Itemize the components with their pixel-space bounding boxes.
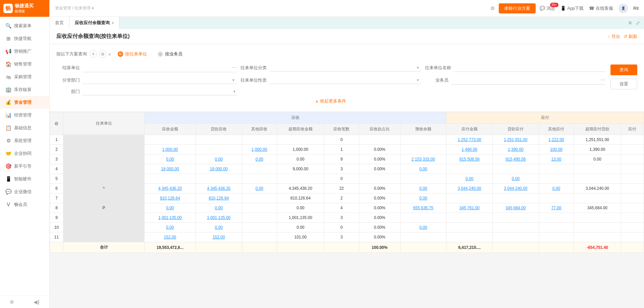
sidebar-item-finance[interactable]: 💰 资金管理 [0, 96, 49, 109]
tab-close-icon[interactable]: × [112, 21, 114, 25]
cell-ap-loan[interactable]: 1,251,551.00 [493, 135, 539, 145]
scheme-nav-icon[interactable]: « [108, 51, 111, 57]
query-button[interactable]: 查询 [610, 64, 637, 75]
cell-ap-other[interactable]: 100.00 [539, 145, 574, 155]
cell-ar-amount[interactable]: 4,345,436.20 [145, 184, 196, 193]
cell-ap-amount[interactable]: 0.00 [446, 174, 493, 184]
sidebar-item-corp[interactable]: 🤝 企业协同 [0, 147, 49, 160]
cell-ap-amount[interactable]: 915,508.56 [446, 155, 493, 164]
cell-ar-loan[interactable]: 0.00 [196, 223, 242, 232]
dept-select[interactable]: ▾ [83, 77, 236, 84]
cell-ap-other[interactable]: 13.00 [539, 155, 574, 164]
cell-ar-other[interactable]: 0.00 [242, 184, 277, 193]
cell-ar-other[interactable]: 0.00 [242, 155, 277, 164]
sidebar-item-wechat[interactable]: 💬 企业微信 [0, 185, 49, 198]
cell-ar-prepay[interactable]: 0.00 [400, 193, 446, 203]
sidebar-item-guide[interactable]: 🎯 新手引导 [0, 160, 49, 173]
cell-ar-loan[interactable]: 0.00 [196, 155, 242, 164]
cell-ar-prepay[interactable]: 2,153,333.00 [400, 155, 446, 164]
cell-ap-loan[interactable]: 1,390.00 [493, 145, 539, 155]
app-download-button[interactable]: 📱 App下载 [560, 5, 584, 11]
cell-ap-loan[interactable]: 3,044,240.00 [493, 184, 539, 193]
settings-button[interactable]: 设置 [610, 79, 637, 89]
customer-service-button[interactable]: ☎ 在线客服 [589, 5, 613, 11]
cell-ap-loan[interactable]: 915,495.56 [493, 155, 539, 164]
cell-ar-amount[interactable]: 18,000.00 [145, 164, 196, 174]
username-label[interactable]: Rit [633, 6, 639, 11]
export-button[interactable]: ↑ 导出 [608, 34, 621, 40]
cell-ar-loan[interactable]: 0.00 [196, 203, 242, 213]
sidebar-item-operations[interactable]: 📊 经营管理 [0, 109, 49, 122]
filter-collapse-button[interactable]: ∧ 收起更多条件 [56, 95, 605, 107]
cell-ar-amount[interactable]: 152.00 [145, 232, 196, 242]
cell-ar-amount[interactable]: 1,001,135.00 [145, 213, 196, 223]
cell-ar-loan[interactable]: 18,000.00 [196, 164, 242, 174]
cell-ar-prepay[interactable]: 655,636.75 [400, 203, 446, 213]
cell-ap-other[interactable]: 1,222.00 [539, 135, 574, 145]
cell-ar-prepay[interactable]: 0.00 [400, 223, 446, 232]
cell-ar-loan[interactable]: 4,345,436.20 [196, 184, 242, 193]
topbar-gear-icon[interactable]: ⚙ [490, 5, 495, 11]
sidebar-item-inventory[interactable]: 🏢 库存核算 [0, 83, 49, 96]
scheme-option-partner[interactable]: 畅 按往来单位 [114, 49, 151, 59]
filter-content: 结算单位 ··· 往来单位分类 ▾ 往来单位名称 [56, 63, 637, 107]
refresh-button[interactable]: ↺ 刷新 [624, 34, 637, 40]
partner-name-input[interactable] [454, 64, 605, 72]
th-ap-group: 应付 [446, 112, 644, 124]
sidebar-item-marketing[interactable]: 📢 营销推广 [0, 45, 49, 58]
salesman-input[interactable]: ··· [451, 76, 605, 85]
sidebar-item-system[interactable]: ⚙ 系统管理 [0, 134, 49, 147]
cell-ap-amount[interactable]: 345,761.00 [446, 203, 493, 213]
sidebar-collapse-icon[interactable]: ◀‖ [34, 299, 40, 305]
settlement-unit-input[interactable]: ··· [83, 63, 236, 72]
tab-ar-ap[interactable]: 应收应付余额查询 × [69, 17, 119, 29]
cell-ap-loan[interactable]: 345,684.00 [493, 203, 539, 213]
cell-ap-other[interactable]: 77.00 [539, 203, 574, 213]
table-settings-icon[interactable]: ⚙ [54, 121, 59, 126]
tab-home[interactable]: 首页 [50, 17, 69, 29]
cell-ar-loan[interactable]: 1,001,135.00 [196, 213, 242, 223]
sidebar-item-hardware[interactable]: 📱 智能硬件 [0, 173, 49, 185]
message-button[interactable]: 💬 消息 99+ [540, 5, 555, 11]
sidebar-settings-icon[interactable]: ⚙ [10, 299, 14, 305]
cell-ar-amount[interactable]: 0.00 [145, 203, 196, 213]
purchase-icon: 🛍 [5, 74, 11, 80]
cell-ar-loan[interactable]: 810,126.64 [196, 193, 242, 203]
breadcrumb-caret[interactable]: ▾ [92, 6, 94, 10]
partner-nature-select[interactable]: ▾ [269, 77, 421, 84]
settlement-dots-icon[interactable]: ··· [232, 64, 236, 71]
cell-ap-amount[interactable]: 1,252,773.00 [446, 135, 493, 145]
cell-ap-amount[interactable]: 3,044,240.00 [446, 184, 493, 193]
cell-partner [63, 213, 145, 223]
sidebar-item-basic[interactable]: 📋 基础信息 [0, 122, 49, 134]
salesman-dots-icon[interactable]: ··· [601, 77, 605, 83]
scheme-edit-button[interactable]: ⊙ [99, 50, 106, 58]
cell-ar-amount[interactable]: 810,126.64 [145, 193, 196, 203]
cell-ar-loan[interactable]: 152.00 [196, 232, 242, 242]
sidebar-item-quick-nav[interactable]: ⊞ 快捷导航 [0, 32, 49, 45]
cell-ap-amount[interactable]: 1,490.00 [446, 145, 493, 155]
partner-category-select[interactable]: ▾ [269, 64, 421, 72]
breadcrumb-text: 资金管理 / 往来管理 [55, 5, 91, 11]
tab-close-window-icon[interactable]: ✕ [628, 20, 632, 26]
sidebar-item-member[interactable]: Ⅴ 畅会员 [0, 198, 49, 211]
scheme-option-salesman[interactable]: ⊙ 按业务员 [154, 49, 186, 59]
subdept-select[interactable]: ▾ [83, 88, 237, 95]
cell-ar-prepay[interactable]: 0.00 [400, 184, 446, 193]
sidebar-item-purchase[interactable]: 🛍 采购管理 [0, 71, 49, 83]
subdept-caret: ▾ [233, 89, 235, 94]
scheme-add-button[interactable]: + [90, 50, 97, 58]
guide-icon: 🎯 [5, 163, 11, 169]
tab-expand-icon[interactable]: ⤢ [636, 20, 640, 26]
cell-ar-prepay[interactable]: 0.00 [400, 164, 446, 174]
promo-button[interactable]: 体验行业方案 [499, 3, 536, 13]
cell-ar-amount[interactable]: 0.00 [145, 155, 196, 164]
cell-ap-loan[interactable]: 0.00 [493, 174, 539, 184]
cell-ar-amount[interactable]: 1,000.00 [145, 145, 196, 155]
cell-ar-amount[interactable]: 0.00 [145, 223, 196, 232]
sidebar-item-search[interactable]: 🔍 搜索菜单 [0, 19, 49, 32]
cell-ar-other[interactable]: 1,000.00 [242, 145, 277, 155]
sidebar-item-sales[interactable]: 🏠 销售管理 [0, 58, 49, 71]
cell-ap-other[interactable]: 0.00 [539, 184, 574, 193]
table-scroll[interactable]: ⚙ 往来单位 应收 应付 应收金额 贷款应 [50, 112, 644, 253]
